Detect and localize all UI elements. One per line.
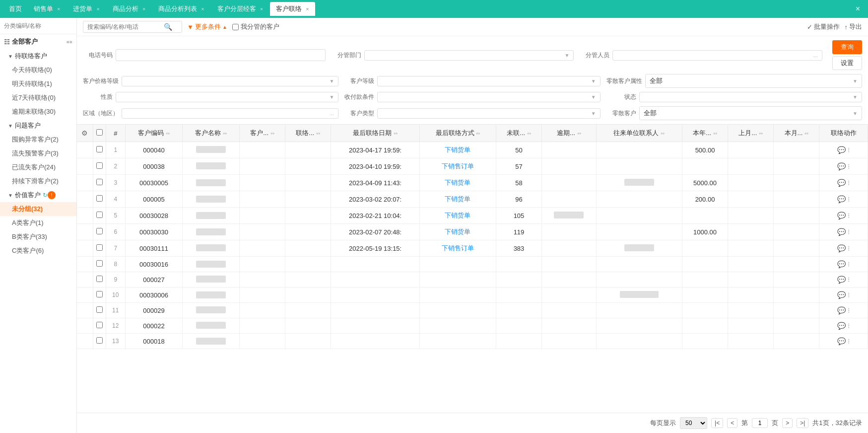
grid-action-icon[interactable]: ⁝ — [848, 276, 850, 284]
all-customers-header[interactable]: ☷ 全部客户 «« — [0, 34, 76, 49]
my-customer-checkbox-input[interactable] — [232, 24, 239, 30]
table-cell[interactable] — [420, 303, 496, 318]
grid-action-icon[interactable]: ⁝ — [848, 162, 850, 170]
last-page-btn[interactable]: >| — [797, 418, 808, 428]
sidebar-item-today[interactable]: 今天待联络(0) — [0, 63, 76, 77]
th-last-month[interactable]: 上月... ⇔ — [728, 125, 774, 142]
chat-icon[interactable]: 💬 — [837, 146, 846, 154]
close-segment-tab[interactable]: × — [260, 6, 263, 12]
row-checkbox-cell[interactable] — [93, 142, 106, 158]
nav-tab-sales[interactable]: 销售单 × — [28, 2, 66, 16]
link-cell[interactable]: 下销货单 — [445, 212, 470, 219]
sidebar-item-class-c[interactable]: C类客户(6) — [0, 244, 76, 258]
table-cell[interactable]: 下销货单 — [420, 208, 496, 224]
th-name[interactable]: 客户名称 ⇔ — [182, 125, 239, 142]
next-page-btn[interactable]: > — [782, 418, 793, 428]
table-cell[interactable] — [420, 318, 496, 334]
customer-type-select[interactable]: ▼ — [377, 108, 600, 119]
sidebar-item-ungroup[interactable]: 未分组(32) — [0, 202, 76, 216]
nav-tab-purchase[interactable]: 进货单 × — [67, 2, 105, 16]
grid-action-icon[interactable]: ⁝ — [848, 146, 850, 154]
chat-icon[interactable]: 💬 — [837, 291, 846, 299]
chat-icon[interactable]: 💬 — [837, 228, 846, 236]
row-checkbox-cell[interactable] — [93, 158, 106, 175]
chat-icon[interactable]: 💬 — [837, 244, 846, 252]
grid-action-icon[interactable]: ⁝ — [848, 228, 850, 236]
th-contact[interactable]: 联络... ⇔ — [285, 125, 331, 142]
sidebar-group-value[interactable]: ▼ 价值客户 ↻ ! — [0, 188, 76, 202]
row-checkbox-cell[interactable] — [93, 272, 106, 288]
gender-select[interactable]: ▼ — [116, 92, 338, 102]
row-checkbox[interactable] — [96, 306, 103, 313]
table-cell[interactable] — [420, 288, 496, 303]
link-cell[interactable]: 下销货单 — [445, 228, 470, 235]
chat-icon[interactable]: 💬 — [837, 260, 846, 268]
chat-icon[interactable]: 💬 — [837, 306, 846, 314]
row-checkbox-cell[interactable] — [93, 303, 106, 318]
nav-tab-analysis-list[interactable]: 商品分析列表 × — [152, 2, 210, 16]
th-settings[interactable]: ⚙ — [77, 125, 93, 142]
main-search-input[interactable] — [87, 23, 162, 30]
select-all-checkbox[interactable] — [96, 129, 103, 136]
link-cell[interactable]: 下销售订单 — [442, 244, 474, 252]
grid-action-icon[interactable]: ⁝ — [848, 212, 850, 219]
dept-select[interactable]: ▼ — [364, 50, 574, 61]
zero-customer-select[interactable]: 全部 ▼ — [639, 106, 862, 120]
table-cell[interactable]: 下销售订单 — [420, 240, 496, 257]
row-checkbox[interactable] — [96, 337, 103, 344]
th-code[interactable]: 客户编码 ⇔ — [126, 125, 183, 142]
close-analysis-tab[interactable]: × — [142, 6, 145, 12]
grid-action-icon[interactable]: ⁝ — [848, 337, 850, 345]
first-page-btn[interactable]: |< — [711, 418, 723, 428]
chat-icon[interactable]: 💬 — [837, 276, 846, 284]
row-checkbox[interactable] — [96, 322, 103, 328]
sidebar-group-pending[interactable]: ▼ 待联络客户 — [0, 49, 76, 63]
sidebar-item-overdue[interactable]: 逾期未联络(30) — [0, 105, 76, 119]
sidebar-item-tomorrow[interactable]: 明天待联络(1) — [0, 77, 76, 91]
row-checkbox[interactable] — [96, 195, 103, 202]
my-customer-checkbox[interactable]: 我分管的客户 — [232, 22, 279, 31]
row-checkbox[interactable] — [96, 162, 103, 169]
window-close-button[interactable]: × — [852, 4, 864, 13]
chat-icon[interactable]: 💬 — [837, 322, 846, 330]
grid-action-icon[interactable]: ⁝ — [848, 195, 850, 203]
link-cell[interactable]: 下销货单 — [445, 146, 470, 153]
row-checkbox[interactable] — [96, 260, 103, 267]
sidebar-item-declining[interactable]: 持续下滑客户(2) — [0, 174, 76, 188]
chat-icon[interactable]: 💬 — [837, 337, 846, 345]
main-search-icon[interactable]: 🔍 — [164, 23, 172, 31]
th-last-date[interactable]: 最后联络日期 ⇔ — [331, 125, 420, 142]
nav-tab-analysis[interactable]: 商品分析 × — [107, 2, 151, 16]
close-contact-tab[interactable]: × — [306, 6, 309, 12]
batch-op-btn[interactable]: ✓ 批量操作 — [807, 22, 840, 31]
row-checkbox-cell[interactable] — [93, 240, 106, 257]
th-partner[interactable]: 往来单位联系人 ⇔ — [596, 125, 682, 142]
table-cell[interactable]: 下销货单 — [420, 175, 496, 191]
sidebar-item-hoard[interactable]: 囤购异常客户(2) — [0, 133, 76, 146]
grid-action-icon[interactable]: ⁝ — [848, 291, 850, 299]
row-checkbox[interactable] — [96, 146, 103, 152]
reset-button[interactable]: 设置 — [832, 56, 862, 70]
row-checkbox[interactable] — [96, 276, 103, 282]
chat-icon[interactable]: 💬 — [837, 195, 846, 203]
more-conditions-btn[interactable]: ▼ 更多条件 ▲ — [187, 22, 227, 31]
close-purchase-tab[interactable]: × — [96, 6, 99, 12]
th-this-month[interactable]: 本月... ⇔ — [774, 125, 819, 142]
sidebar-item-churn-warning[interactable]: 流失预警客户(3) — [0, 146, 76, 160]
row-checkbox-cell[interactable] — [93, 208, 106, 224]
row-checkbox-cell[interactable] — [93, 175, 106, 191]
row-checkbox-cell[interactable] — [93, 224, 106, 240]
th-last-method[interactable]: 最后联络方式 ⇔ — [420, 125, 496, 142]
table-cell[interactable]: 下销货单 — [420, 142, 496, 158]
chat-icon[interactable]: 💬 — [837, 212, 846, 219]
zero-attr-select[interactable]: 全部 ▼ — [645, 74, 862, 88]
query-button[interactable]: 查询 — [832, 40, 862, 54]
sidebar-item-churned[interactable]: 已流失客户(24) — [0, 160, 76, 174]
th-unlink[interactable]: 未联... ⇔ — [496, 125, 541, 142]
th-checkbox[interactable] — [93, 125, 106, 142]
row-checkbox-cell[interactable] — [93, 191, 106, 208]
th-this-year[interactable]: 本年... ⇔ — [682, 125, 728, 142]
person-select[interactable]: … — [612, 50, 822, 61]
row-checkbox[interactable] — [96, 212, 103, 218]
sidebar-group-problem[interactable]: ▼ 问题客户 — [0, 119, 76, 133]
